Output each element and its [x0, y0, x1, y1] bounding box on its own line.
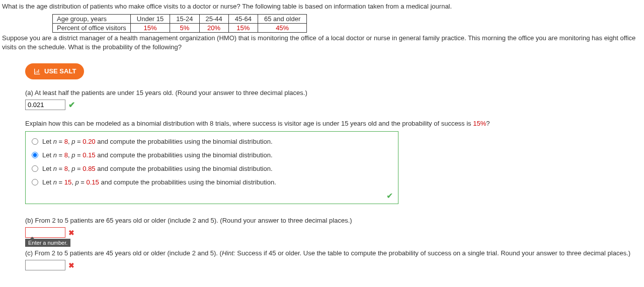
table-row: Percent of office visitors 15% 5% 20% 15… — [53, 24, 307, 33]
chart-icon — [33, 67, 41, 75]
use-salt-label: USE SALT — [44, 67, 76, 75]
multiple-choice-box: Let n = 8, p = 0.20 and compute the prob… — [25, 131, 398, 204]
row-header: Age group, years — [53, 15, 131, 24]
explain-pct: 15% — [473, 120, 486, 127]
radio-4[interactable] — [32, 179, 38, 185]
mc-option-1[interactable]: Let n = 8, p = 0.20 and compute the prob… — [26, 135, 398, 148]
row-header: Percent of office visitors — [53, 24, 131, 33]
option-text: Let n = 8, p = 0.15 and compute the prob… — [42, 151, 273, 159]
table-cell: 15-24 — [170, 15, 199, 24]
intro-text-2: Suppose you are a district manager of a … — [2, 34, 642, 52]
check-icon: ✔ — [68, 100, 75, 110]
table-cell: 15% — [130, 24, 170, 33]
option-text: Let n = 8, p = 0.20 and compute the prob… — [42, 138, 273, 145]
part-b-input[interactable] — [25, 227, 65, 238]
part-a-question: (a) At least half the patients are under… — [25, 88, 642, 98]
radio-2[interactable] — [32, 152, 38, 158]
table-cell: 15% — [228, 24, 258, 33]
age-distribution-table: Age group, years Under 15 15-24 25-44 45… — [52, 14, 307, 33]
part-c-input[interactable] — [25, 260, 65, 270]
mc-option-2[interactable]: Let n = 8, p = 0.15 and compute the prob… — [26, 148, 398, 162]
part-b-tooltip: Enter a number. — [25, 239, 70, 247]
table-cell: 20% — [199, 24, 228, 33]
table-cell: Under 15 — [130, 15, 170, 24]
mc-option-4[interactable]: Let n = 15, p = 0.15 and compute the pro… — [26, 175, 398, 189]
explain-suffix: ? — [486, 120, 490, 127]
x-icon: ✖ — [68, 261, 74, 269]
intro-text-1: What is the age distribution of patients… — [2, 2, 642, 11]
table-cell: 25-44 — [199, 15, 228, 24]
part-b-question: (b) From 2 to 5 patients are 65 years ol… — [25, 216, 642, 225]
table-cell: 5% — [170, 24, 199, 33]
option-text: Let n = 15, p = 0.15 and compute the pro… — [42, 178, 276, 186]
radio-3[interactable] — [32, 165, 38, 172]
x-icon: ✖ — [68, 229, 74, 237]
table-cell: 45% — [258, 24, 307, 33]
table-row: Age group, years Under 15 15-24 25-44 45… — [53, 15, 307, 24]
table-cell: 65 and older — [258, 15, 307, 24]
part-c-question: (c) From 2 to 5 patients are 45 years ol… — [25, 249, 642, 258]
part-c-answer-row: ✖ — [25, 260, 642, 270]
option-text: Let n = 8, p = 0.85 and compute the prob… — [42, 165, 273, 172]
part-a: (a) At least half the patients are under… — [25, 88, 642, 110]
radio-1[interactable] — [32, 138, 38, 145]
use-salt-button[interactable]: USE SALT — [25, 63, 84, 79]
part-b-answer-row: ✖ — [25, 227, 642, 238]
mc-check-icon: ✔ — [26, 189, 398, 201]
explain-question: Explain how this can be modeled as a bin… — [25, 119, 642, 128]
part-a-input[interactable] — [25, 100, 65, 110]
mc-option-3[interactable]: Let n = 8, p = 0.85 and compute the prob… — [26, 162, 398, 175]
table-cell: 45-64 — [228, 15, 258, 24]
part-a-answer-row: ✔ — [25, 100, 642, 110]
explain-prefix: Explain how this can be modeled as a bin… — [25, 120, 473, 127]
